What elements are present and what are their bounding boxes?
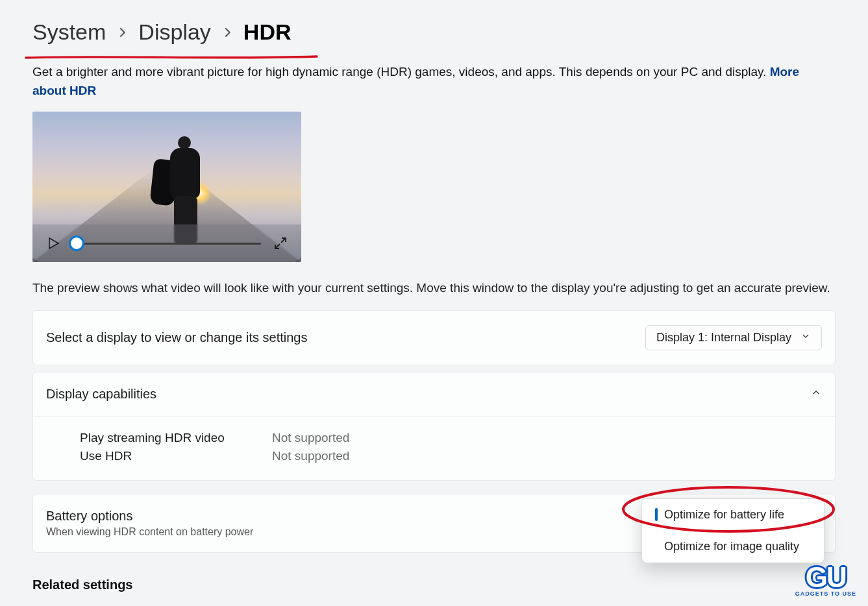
related-settings-heading: Related settings <box>32 577 836 592</box>
hdr-preview-video[interactable] <box>32 112 301 262</box>
svg-line-1 <box>275 244 280 248</box>
chevron-right-icon <box>220 25 234 40</box>
selection-indicator <box>655 540 658 553</box>
watermark-logo: GU GADGETS TO USE <box>795 565 856 597</box>
battery-options-title: Battery options <box>46 509 253 524</box>
capability-value: Not supported <box>272 449 349 463</box>
chevron-down-icon <box>800 331 811 345</box>
battery-option-label: Optimize for image quality <box>664 540 799 553</box>
battery-option-life[interactable]: Optimize for battery life <box>642 499 824 531</box>
video-controls <box>32 224 301 262</box>
battery-options-subtitle: When viewing HDR content on battery powe… <box>46 526 253 538</box>
fullscreen-icon[interactable] <box>273 236 288 251</box>
display-select-dropdown[interactable]: Display 1: Internal Display <box>645 325 822 350</box>
hdr-description: Get a brighter and more vibrant picture … <box>32 63 834 100</box>
annotation-underline <box>25 51 318 58</box>
display-capabilities-expander: Display capabilities Play streaming HDR … <box>32 372 836 481</box>
watermark-tag: GADGETS TO USE <box>795 590 856 597</box>
hdr-description-text: Get a brighter and more vibrant picture … <box>32 65 770 79</box>
breadcrumb-display[interactable]: Display <box>138 19 210 45</box>
capability-row: Use HDR Not supported <box>80 449 822 463</box>
battery-option-label: Optimize for battery life <box>664 508 784 522</box>
chevron-right-icon <box>115 25 129 40</box>
preview-caption: The preview shows what video will look l… <box>32 279 834 297</box>
breadcrumb: System Display HDR <box>32 19 836 45</box>
battery-options-dropdown[interactable]: Optimize for battery life Optimize for i… <box>641 498 825 563</box>
play-icon[interactable] <box>45 236 61 251</box>
breadcrumb-hdr: HDR <box>243 19 291 45</box>
svg-line-2 <box>281 238 286 243</box>
battery-option-quality[interactable]: Optimize for image quality <box>642 531 824 563</box>
display-select-card: Select a display to view or change its s… <box>32 310 836 365</box>
capability-row: Play streaming HDR video Not supported <box>80 431 822 445</box>
capability-key: Use HDR <box>80 449 249 463</box>
breadcrumb-system[interactable]: System <box>32 19 106 45</box>
display-select-value: Display 1: Internal Display <box>656 331 791 345</box>
watermark-gu: GU <box>795 565 856 589</box>
display-capabilities-title: Display capabilities <box>46 387 156 402</box>
chevron-up-icon <box>810 387 822 402</box>
slider-thumb[interactable] <box>69 236 84 251</box>
capability-key: Play streaming HDR video <box>80 431 249 445</box>
video-seek-slider[interactable] <box>73 243 261 245</box>
capability-value: Not supported <box>272 431 349 445</box>
svg-marker-0 <box>49 238 58 248</box>
battery-options-card: Battery options When viewing HDR content… <box>32 494 836 553</box>
selection-indicator <box>655 508 658 521</box>
display-select-label: Select a display to view or change its s… <box>46 330 307 345</box>
display-capabilities-header[interactable]: Display capabilities <box>33 372 835 416</box>
